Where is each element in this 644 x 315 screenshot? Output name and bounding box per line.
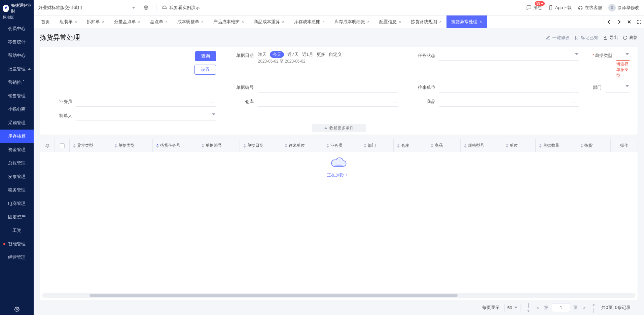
doc-no-input[interactable] bbox=[258, 83, 397, 93]
horizontal-scrollbar[interactable] bbox=[42, 293, 636, 298]
close-icon[interactable]: × bbox=[165, 20, 168, 24]
tab-8[interactable]: 库存成本总账× bbox=[289, 15, 330, 28]
messages-button[interactable]: 消息 99 + bbox=[526, 5, 542, 11]
column-3[interactable]: 单据编号 bbox=[198, 139, 240, 152]
tab-4[interactable]: 盘点单× bbox=[145, 15, 173, 28]
sidebar-item-10[interactable]: 总账管理 bbox=[0, 156, 34, 170]
sidebar-item-13[interactable]: 电商管理 bbox=[0, 197, 34, 210]
sidebar-item-7[interactable]: 采购管理 bbox=[0, 116, 34, 130]
close-icon[interactable]: × bbox=[367, 20, 369, 24]
close-icon[interactable]: × bbox=[439, 20, 441, 24]
sidebar-item-11[interactable]: 发票管理 bbox=[0, 170, 34, 183]
column-1[interactable]: 单据类型 bbox=[111, 139, 152, 152]
column-6[interactable]: 业务员 bbox=[323, 139, 360, 152]
sidebar-item-4[interactable]: 营销推广 bbox=[0, 76, 34, 89]
product-input[interactable] bbox=[439, 97, 579, 107]
sidebar-item-2[interactable]: 帮助中心 bbox=[0, 49, 34, 62]
sidebar-item-9[interactable]: 资金管理 bbox=[0, 143, 34, 156]
column-5[interactable]: 往来单位 bbox=[281, 139, 323, 152]
support[interactable]: 在线客服 bbox=[578, 5, 602, 11]
preset-yesterday[interactable]: 昨天 bbox=[258, 51, 266, 58]
salesperson-input[interactable] bbox=[76, 97, 216, 107]
sidebar-item-12[interactable]: 税务管理 bbox=[0, 183, 34, 197]
collapse-filters[interactable]: 收起更多条件 bbox=[312, 124, 366, 132]
doc-type-input[interactable] bbox=[616, 51, 630, 61]
close-icon[interactable]: × bbox=[102, 20, 104, 24]
tab-5[interactable]: 成本调整单× bbox=[173, 15, 209, 28]
column-8[interactable]: 仓库 bbox=[394, 139, 427, 152]
preset-custom[interactable]: 自定义 bbox=[329, 51, 342, 58]
preset-today[interactable]: 今天 bbox=[270, 51, 284, 58]
tab-1[interactable]: 组装单× bbox=[55, 15, 82, 28]
close-icon[interactable]: × bbox=[75, 20, 77, 24]
close-icon[interactable]: × bbox=[201, 20, 204, 24]
page-last[interactable]: >｜ bbox=[591, 305, 597, 311]
task-status-input[interactable] bbox=[439, 51, 579, 61]
scrollbar-thumb[interactable] bbox=[90, 294, 458, 297]
tabs-prev[interactable] bbox=[604, 15, 614, 28]
partner-input[interactable] bbox=[439, 83, 579, 93]
tab-0[interactable]: 首页 bbox=[36, 15, 55, 28]
filter-settings-button[interactable]: 设置 bbox=[194, 65, 216, 75]
sidebar-item-0[interactable]: 会员中心 bbox=[0, 22, 34, 35]
page-number-input[interactable] bbox=[552, 303, 570, 312]
sidebar-item-17[interactable]: 经营管理 bbox=[0, 251, 34, 264]
sidebar-item-3[interactable]: 批发管理 bbox=[0, 62, 34, 76]
search-button[interactable]: 查询 bbox=[195, 51, 216, 61]
select-all[interactable] bbox=[55, 139, 70, 152]
per-page-select[interactable]: 50 bbox=[504, 303, 521, 312]
column-11[interactable]: 单位 bbox=[502, 139, 536, 152]
action-batch-edit[interactable]: 一键修改 bbox=[546, 35, 570, 41]
column-4[interactable]: 单据日期 bbox=[240, 139, 281, 152]
tabs-fullscreen[interactable] bbox=[634, 15, 644, 28]
preset-more[interactable]: 更多 bbox=[317, 51, 325, 58]
tab-7[interactable]: 商品成本重算× bbox=[249, 15, 289, 28]
suite-selector[interactable]: 好业财标准版交付试用 bbox=[38, 5, 135, 11]
tab-10[interactable]: 配置信息× bbox=[374, 15, 406, 28]
lookup-icon[interactable]: ··· bbox=[573, 85, 578, 90]
lookup-icon[interactable]: ··· bbox=[391, 99, 397, 104]
page-first[interactable]: ｜< bbox=[525, 305, 531, 311]
column-9[interactable]: 商品 bbox=[427, 139, 461, 152]
preset-1m[interactable]: 近1月 bbox=[302, 51, 313, 58]
column-settings[interactable] bbox=[40, 139, 55, 152]
action-export[interactable]: 导出 bbox=[603, 35, 618, 41]
column-0[interactable]: 异常类型 bbox=[70, 139, 111, 152]
sidebar-item-1[interactable]: 零售统计 bbox=[0, 35, 34, 49]
column-12[interactable]: 单据数量 bbox=[536, 139, 577, 152]
sidebar-item-16[interactable]: 智能管理 bbox=[0, 237, 34, 251]
action-mark-known[interactable]: 标记已知 bbox=[574, 35, 598, 41]
demo-link[interactable]: 我要看实例演示 bbox=[162, 5, 200, 11]
close-icon[interactable]: × bbox=[282, 20, 284, 24]
sidebar-item-6[interactable]: 小畅电商 bbox=[0, 103, 34, 116]
close-icon[interactable]: × bbox=[138, 20, 140, 24]
sidebar-settings[interactable] bbox=[0, 304, 34, 315]
lookup-icon[interactable]: ··· bbox=[573, 99, 578, 104]
close-icon[interactable]: × bbox=[242, 20, 244, 24]
settings-gear[interactable] bbox=[141, 3, 151, 12]
column-13[interactable]: 拣货 bbox=[577, 139, 610, 152]
close-icon[interactable]: × bbox=[479, 20, 482, 24]
tab-12[interactable]: 拣货异常处理× bbox=[446, 15, 487, 28]
preset-7d[interactable]: 近7天 bbox=[287, 51, 298, 58]
dept-input[interactable] bbox=[606, 83, 630, 93]
page-next[interactable]: > bbox=[581, 305, 587, 311]
user-menu[interactable]: 徐泽华修改 bbox=[608, 4, 639, 11]
app-download[interactable]: App下载 bbox=[548, 5, 572, 11]
tab-3[interactable]: 分量盘点单× bbox=[109, 15, 145, 28]
sidebar-item-5[interactable]: 销售管理 bbox=[0, 89, 34, 103]
column-7[interactable]: 部门 bbox=[360, 139, 394, 152]
column-2[interactable]: 拣货任务号 bbox=[153, 139, 198, 152]
tabs-next[interactable] bbox=[614, 15, 624, 28]
column-10[interactable]: 规格型号 bbox=[461, 139, 502, 152]
tab-6[interactable]: 产品成本维护× bbox=[209, 15, 249, 28]
warehouse-input[interactable] bbox=[258, 97, 397, 107]
tab-11[interactable]: 拣货路线规划× bbox=[406, 15, 446, 28]
tabs-close-all[interactable] bbox=[624, 15, 634, 28]
sidebar-item-15[interactable]: 工资 bbox=[0, 224, 34, 237]
page-prev[interactable]: < bbox=[535, 305, 541, 311]
action-refresh[interactable]: 刷新 bbox=[623, 35, 638, 41]
tab-2[interactable]: 拆卸单× bbox=[82, 15, 109, 28]
creator-input[interactable] bbox=[76, 111, 216, 121]
close-icon[interactable]: × bbox=[399, 20, 401, 24]
